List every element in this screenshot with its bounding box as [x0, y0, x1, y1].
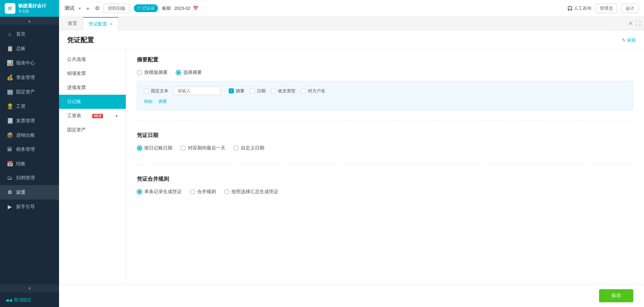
- topbar-right: 🎧 人工咨询 管理员 会计: [567, 4, 639, 13]
- ledger-icon: 📋: [7, 45, 13, 52]
- pin-icon: ◀◀: [5, 298, 12, 303]
- payroll-icon: 👷: [7, 103, 13, 109]
- tab-close-button[interactable]: ✕: [628, 20, 633, 27]
- tab-fullscreen-button[interactable]: ⛶: [635, 20, 641, 27]
- summary-radio-group: 按模版摘要 选择摘要: [137, 70, 633, 76]
- radio-custom-date[interactable]: 自定义日期: [233, 145, 264, 151]
- checkbox-date-box: [250, 88, 255, 93]
- settings-icon: ⚙: [7, 189, 13, 195]
- sidebar-item-settings[interactable]: ⚙ 设置: [0, 185, 59, 200]
- checkbox-payment-type-box: [271, 88, 276, 93]
- logo-sub: 专业版: [18, 9, 46, 14]
- left-nav-item-fixed-assets[interactable]: 固定资产: [59, 123, 126, 137]
- checkbox-date[interactable]: 日期: [250, 88, 266, 94]
- checkbox-counterpart-label: 对方户名: [308, 88, 325, 94]
- left-nav-item-purchase[interactable]: 进项发票: [59, 81, 126, 95]
- section-summary-title: 摘要配置: [137, 56, 633, 63]
- sidebar-item-label: 资金管理: [16, 75, 35, 81]
- report-icon: 📊: [7, 60, 13, 66]
- radio-merge-rule-label: 合并规则: [197, 189, 216, 195]
- merge-radio-group: 单条记录生成凭证 合并规则 按照选择汇总生成凭证: [137, 189, 633, 195]
- admin-button[interactable]: 管理员: [595, 4, 617, 13]
- checkbox-fixed-text[interactable]: 固定文本: [144, 88, 168, 94]
- checkbox-fixed-text-label: 固定文本: [151, 88, 168, 94]
- left-nav-item-public[interactable]: 公共选项: [59, 52, 126, 67]
- tab-close-icon[interactable]: ✕: [109, 22, 113, 27]
- sidebar-item-label: 新手引导: [16, 204, 35, 210]
- new-badge: NEW: [92, 114, 103, 118]
- example-prefix: 例如：: [144, 99, 157, 104]
- checkbox-abstract-label: 摘要: [236, 88, 245, 94]
- tab-home-label: 首页: [68, 20, 77, 27]
- radio-select-summary-generate[interactable]: 按照选择汇总生成凭证: [224, 189, 278, 195]
- tab-voucher-config[interactable]: 凭证配置 ✕: [83, 17, 118, 31]
- headset-icon: 🎧: [567, 6, 573, 11]
- left-nav-item-diary[interactable]: 日记账: [59, 95, 126, 109]
- radio-custom-date-label: 自定义日期: [241, 145, 264, 151]
- section-summary: 摘要配置 按模版摘要 选择摘要: [137, 56, 633, 121]
- checkbox-abstract-box: ✓: [229, 88, 234, 93]
- save-button[interactable]: 保存: [599, 289, 633, 302]
- checkbox-counterpart[interactable]: 对方户名: [301, 88, 325, 94]
- radio-period-last[interactable]: 对应期间最后一天: [180, 145, 225, 151]
- summary-options-box: 固定文本 ✓ 摘要 日期: [137, 81, 633, 110]
- sidebar-scroll-up[interactable]: ▲: [0, 17, 59, 24]
- sidebar-item-assets[interactable]: 🏢 固定资产: [0, 85, 59, 99]
- topbar-chevron-icon[interactable]: ▾: [78, 6, 81, 11]
- sidebar-scroll-down[interactable]: ▼: [0, 285, 59, 292]
- topbar: 测试 ▾ ＋ ⚙ 切到旧版 🛡 已认证 账期 2023-02 📅 🎧 人工咨询 …: [59, 0, 644, 17]
- sidebar: 好 畅捷通好会计 专业版 ▲ ⌂ 首页 📋 总账 📊 报表中心 💰 资金管理 🏢…: [0, 0, 59, 307]
- left-nav-item-payslip[interactable]: 工资表 NEW ▾: [59, 109, 126, 123]
- radio-diary-date-circle: [137, 145, 142, 151]
- radio-select-summary[interactable]: 选择摘要: [176, 70, 202, 76]
- sidebar-nav: ⌂ 首页 📋 总账 📊 报表中心 💰 资金管理 🏢 固定资产 👷 工资 🧾 发票…: [0, 25, 59, 284]
- radio-diary-date-label: 按日记账日期: [144, 145, 172, 151]
- sidebar-item-label: 归档管理: [16, 175, 35, 181]
- radio-merge-rule[interactable]: 合并规则: [190, 189, 216, 195]
- refresh-button[interactable]: ↻ 刷新: [622, 37, 636, 43]
- right-content: 摘要配置 按模版摘要 选择摘要: [126, 48, 644, 284]
- save-bar: 保存: [59, 284, 644, 307]
- page-area: 凭证配置 ↻ 刷新 公共选项 销项发票 进项发票: [59, 30, 644, 307]
- left-nav-item-sales[interactable]: 销项发票: [59, 67, 126, 81]
- radio-period-last-label: 对应期间最后一天: [188, 145, 225, 151]
- checkbox-counterpart-box: [301, 88, 306, 93]
- sidebar-item-label: 设置: [16, 189, 25, 195]
- topbar-gear-icon[interactable]: ⚙: [95, 5, 100, 11]
- page-header: 凭证配置 ↻ 刷新: [59, 30, 644, 48]
- fixed-text-input[interactable]: [174, 87, 221, 95]
- switch-old-version-button[interactable]: 切到旧版: [104, 4, 130, 13]
- role-button[interactable]: 会计: [621, 4, 639, 13]
- home-icon: ⌂: [7, 31, 13, 37]
- radio-diary-date[interactable]: 按日记账日期: [137, 145, 172, 151]
- sidebar-item-trade[interactable]: 📦 进销台账: [0, 128, 59, 142]
- sidebar-item-tax[interactable]: 🏛 税务管理: [0, 142, 59, 157]
- sidebar-item-home[interactable]: ⌂ 首页: [0, 27, 59, 41]
- sidebar-item-label: 进销台账: [16, 132, 35, 138]
- radio-single-record[interactable]: 单条记录生成凭证: [137, 189, 182, 195]
- tab-home[interactable]: 首页: [62, 17, 83, 30]
- radio-template-label: 按模版摘要: [144, 70, 168, 76]
- radio-select-summary-generate-circle: [224, 189, 229, 194]
- sidebar-item-label: 工资: [16, 103, 25, 109]
- sidebar-item-ledger[interactable]: 📋 总账: [0, 41, 59, 56]
- help-button[interactable]: 🎧 人工咨询: [567, 5, 591, 11]
- checkbox-abstract[interactable]: ✓ 摘要: [229, 88, 245, 94]
- sidebar-item-invoice[interactable]: 🧾 发票管理: [0, 114, 59, 128]
- assets-icon: 🏢: [7, 89, 13, 95]
- sidebar-item-guide[interactable]: ▶ 新手引导: [0, 200, 59, 214]
- sidebar-item-payroll[interactable]: 👷 工资: [0, 99, 59, 114]
- cancel-fixed-btn[interactable]: ◀◀ 取消固定: [0, 293, 59, 307]
- sidebar-item-capital[interactable]: 💰 资金管理: [0, 70, 59, 85]
- section-date: 凭证日期 按日记账日期 对应期间最后一天: [137, 132, 633, 165]
- cancel-fixed-label: 取消固定: [14, 297, 32, 303]
- sidebar-item-close[interactable]: 📅 结账: [0, 157, 59, 171]
- radio-template[interactable]: 按模版摘要: [137, 70, 168, 76]
- checkbox-payment-type[interactable]: 收支类型: [271, 88, 296, 94]
- sidebar-item-archive[interactable]: 🗂 归档管理: [0, 171, 59, 185]
- topbar-add-icon[interactable]: ＋: [85, 4, 91, 12]
- sidebar-logo: 好 畅捷通好会计 专业版: [0, 0, 59, 17]
- guide-icon: ▶: [7, 204, 13, 210]
- sidebar-item-report[interactable]: 📊 报表中心: [0, 56, 59, 70]
- radio-single-record-label: 单条记录生成凭证: [144, 189, 182, 195]
